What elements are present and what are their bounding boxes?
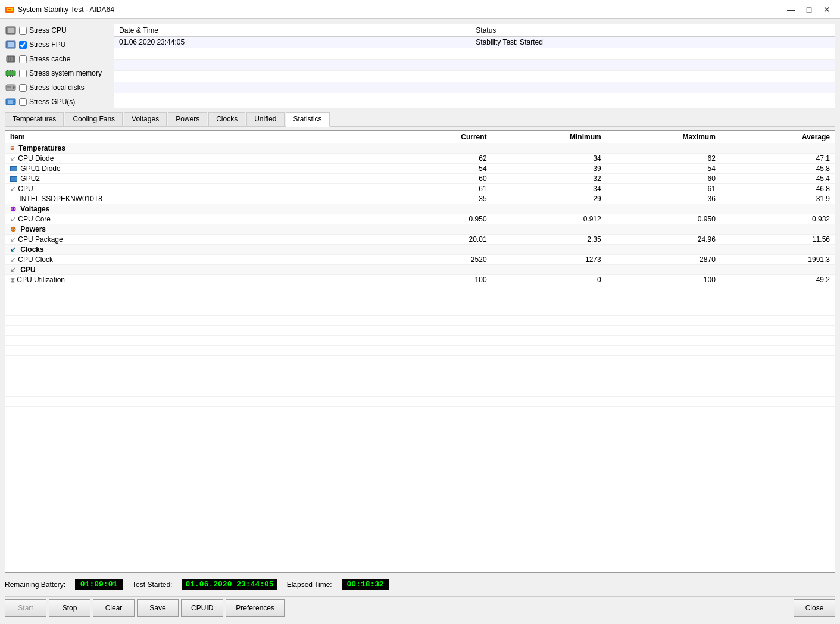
cpu-package-max: 24.96 (606, 235, 720, 245)
section-clocks: ↙ Clocks (5, 245, 835, 255)
stress-fpu-icon (5, 40, 17, 49)
cpu-core-avg: 0.932 (720, 214, 835, 224)
stress-cache-checkbox[interactable] (19, 55, 27, 63)
item-intel-ssd: — INTEL SSDPEKNW010T8 (5, 194, 377, 204)
ssd-max: 36 (606, 194, 720, 204)
tab-powers[interactable]: Powers (168, 112, 207, 126)
tab-statistics[interactable]: Statistics (286, 112, 330, 127)
item-gpu2: GPU2 (5, 174, 377, 184)
svg-rect-4 (8, 28, 14, 33)
table-row-empty (5, 336, 835, 346)
test-started-label: Test Started: (132, 581, 172, 589)
gpu2-current: 60 (377, 174, 491, 184)
table-row: GPU1 Diode 54 39 54 45.8 (5, 164, 835, 174)
table-row-empty (5, 376, 835, 386)
minimize-button[interactable]: — (783, 2, 800, 17)
cpu-section-icon: ↙ (10, 266, 16, 274)
svg-rect-17 (12, 75, 13, 77)
clock-section-icon: ↙ (10, 245, 16, 254)
section-temperatures: ≡ Temperatures (5, 143, 835, 154)
save-button[interactable]: Save (137, 599, 179, 617)
window-controls: — □ ✕ (783, 2, 835, 17)
tab-coolingfans[interactable]: Cooling Fans (65, 112, 123, 126)
gpu1-diode-min: 39 (492, 164, 606, 174)
close-window-button[interactable]: ✕ (819, 2, 835, 17)
stress-fpu-checkbox[interactable] (19, 41, 27, 49)
ssd-avg: 31.9 (720, 194, 835, 204)
stats-body: ≡ Temperatures ↙ CPU Diode 62 34 62 47.1 (5, 143, 835, 407)
table-row-empty (5, 285, 835, 295)
stress-sysmem-checkbox[interactable] (19, 70, 27, 77)
item-cpu-clock: ↙ CPU Clock (5, 255, 377, 265)
buttons-bar: Start Stop Clear Save CPUID Preferences … (5, 596, 835, 619)
log-row-empty3 (114, 71, 835, 82)
stress-gpu-label[interactable]: Stress GPU(s) (29, 98, 75, 106)
battery-value: 01:09:01 (75, 579, 123, 590)
stress-localdisks-icon (5, 83, 17, 92)
cpu-min: 34 (492, 184, 606, 194)
gpu1-diode-avg: 45.8 (720, 164, 835, 174)
volt-section-icon: ⊛ (10, 205, 16, 213)
cpu-core-max: 0.950 (606, 214, 720, 224)
stress-localdisks-checkbox[interactable] (19, 84, 27, 92)
item-gpu1-diode: GPU1 Diode (5, 164, 377, 174)
tabs-bar: Temperatures Cooling Fans Voltages Power… (5, 112, 835, 127)
cpu-diode-min: 34 (492, 154, 606, 164)
svg-rect-12 (7, 70, 8, 71)
table-row-empty (5, 397, 835, 407)
section-cpu-label: ↙ CPU (5, 265, 835, 275)
stress-gpu-checkbox[interactable] (19, 98, 27, 106)
cpu-core-min: 0.912 (492, 214, 606, 224)
table-row-empty (5, 346, 835, 356)
stats-table: Item Current Minimum Maximum Average ≡ T… (5, 131, 835, 407)
cpu-clock-avg: 1991.3 (720, 255, 835, 265)
stress-fpu-label[interactable]: Stress FPU (29, 40, 65, 49)
svg-rect-14 (12, 70, 13, 71)
section-voltages-text: Voltages (20, 205, 49, 213)
maximize-button[interactable]: □ (801, 2, 817, 17)
stress-localdisks-label[interactable]: Stress local disks (29, 83, 85, 92)
cpu-max: 61 (606, 184, 720, 194)
tab-temperatures[interactable]: Temperatures (5, 112, 64, 126)
tab-voltages[interactable]: Voltages (124, 112, 167, 126)
log-row-empty2 (114, 60, 835, 71)
cpu-package-avg: 11.56 (720, 235, 835, 245)
stress-cpu-label[interactable]: Stress CPU (29, 26, 67, 35)
ssd-current: 35 (377, 194, 491, 204)
svg-rect-2 (8, 9, 11, 10)
stress-cpu-checkbox[interactable] (19, 27, 27, 35)
section-voltages-label: ⊛ Voltages (5, 204, 835, 214)
log-datetime: 01.06.2020 23:44:05 (114, 37, 471, 48)
table-row-empty (5, 305, 835, 316)
cpu-clock-max: 2870 (606, 255, 720, 265)
gpu1-diode-icon (10, 164, 18, 173)
stop-button[interactable]: Stop (49, 599, 90, 617)
svg-rect-16 (10, 75, 11, 77)
svg-rect-11 (6, 71, 15, 76)
tab-unified[interactable]: Unified (246, 112, 284, 126)
log-table: Date & Time Status 01.06.2020 23:44:05 S… (114, 24, 835, 93)
stress-options-panel: Stress CPU Stress FPU Stress cache (5, 24, 109, 108)
stress-sysmem-label[interactable]: Stress system memory (29, 69, 102, 77)
cpu-package-icon: ↙ (10, 235, 16, 244)
app-title: System Stability Test - AIDA64 (18, 5, 114, 14)
status-bar: Remaining Battery: 01:09:01 Test Started… (5, 576, 835, 592)
tab-clocks[interactable]: Clocks (208, 112, 245, 126)
close-button[interactable]: Close (794, 599, 835, 617)
app-icon (5, 5, 14, 14)
start-button[interactable]: Start (5, 599, 46, 617)
table-row: ⧗ CPU Utilization 100 0 100 49.2 (5, 275, 835, 285)
log-status: Stability Test: Started (471, 37, 835, 48)
table-row: ↙ CPU Clock 2520 1273 2870 1991.3 (5, 255, 835, 265)
cpuid-button[interactable]: CPUID (181, 599, 223, 617)
cpu-clock-icon: ↙ (10, 255, 16, 264)
stress-cache-label[interactable]: Stress cache (29, 55, 70, 63)
table-row: — INTEL SSDPEKNW010T8 35 29 36 31.9 (5, 194, 835, 204)
section-temperatures-label: ≡ Temperatures (5, 143, 835, 154)
clear-button[interactable]: Clear (93, 599, 135, 617)
top-area: Stress CPU Stress FPU Stress cache (5, 24, 835, 108)
svg-rect-6 (8, 42, 14, 47)
preferences-button[interactable]: Preferences (226, 599, 285, 617)
table-row-empty (5, 295, 835, 305)
cpu-core-current: 0.950 (377, 214, 491, 224)
